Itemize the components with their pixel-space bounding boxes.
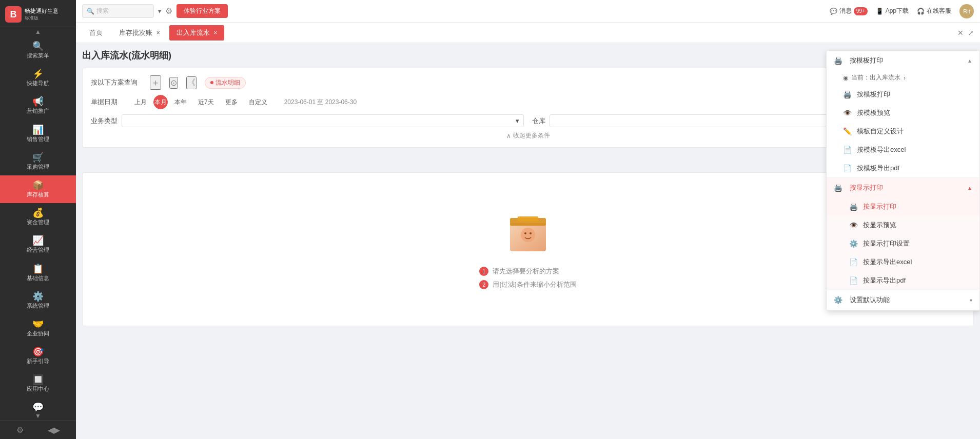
display-print-settings-item[interactable]: ⚙️ 按显示打印设置 [827, 234, 979, 253]
tag-label: 流水明细 [215, 78, 240, 87]
template-preview-item[interactable]: 👁️ 按模板预览 [827, 104, 979, 122]
tabs-bar: 首页 库存批次账 × 出入库流水 × ✕ ⤢ [76, 23, 980, 43]
printer-item-icon: 🖨️ [843, 90, 852, 98]
display-print-item[interactable]: 🖨️ 按显示打印 [827, 197, 979, 216]
message-btn[interactable]: 💬 消息 99+ [830, 7, 868, 15]
date-this-year-btn[interactable]: 本年 [170, 96, 191, 108]
page-title: 出入库流水(流水明细) [82, 49, 171, 62]
date-7days-btn[interactable]: 近7天 [193, 96, 219, 108]
collapse-sidebar-icon[interactable]: ◀▶ [48, 425, 60, 435]
sidebar-item-guide[interactable]: 🎯 新手引导 [0, 342, 76, 370]
sidebar-item-purchase[interactable]: 🛒 采购管理 [0, 148, 76, 175]
sidebar-item-inventory[interactable]: 📦 库存核算 [0, 175, 76, 203]
template-print-header[interactable]: 🖨️ 按模板打印 ▲ [827, 51, 979, 70]
date-custom-btn[interactable]: 自定义 [244, 96, 272, 108]
app-download-btn[interactable]: 📱 App下载 [876, 7, 909, 15]
date-filter-label: 单据日期 [91, 97, 117, 107]
tab1-label: 库存批次账 [119, 29, 152, 36]
sidebar: B 畅捷通好生意 标准版 ▲ 🔍 搜索菜单 ⚡ 快捷导航 📢 营销推广 📊 销售… [0, 0, 76, 439]
sidebar-item-basic-info[interactable]: 📋 基础信息 [0, 259, 76, 287]
header-dropdown[interactable]: ▾ [158, 8, 161, 15]
tab-home-label: 首页 [89, 29, 103, 36]
template-print-label: 按模板打印 [850, 56, 883, 65]
display-export-pdf-item[interactable]: 📄 按显示导出pdf [827, 271, 979, 290]
app-logo: B 畅捷通好生意 标准版 [0, 0, 76, 27]
sidebar-item-label: 系统管理 [27, 303, 49, 309]
collapse-more-btn[interactable]: ∧ 收起更多条件 [506, 131, 550, 140]
system-icon: ⚙️ [32, 292, 44, 301]
sidebar-scroll-down[interactable]: ▼ [0, 411, 76, 421]
svg-point-5 [530, 232, 532, 234]
tab-close-all-icon[interactable]: ✕ [957, 29, 964, 37]
trial-btn[interactable]: 体验行业方案 [177, 4, 228, 18]
empty-box-svg [502, 205, 554, 256]
item-label: 模板自定义设计 [857, 127, 904, 136]
sidebar-item-finance[interactable]: 💰 资金管理 [0, 203, 76, 231]
tab-inventory-flow[interactable]: 出入库流水 × [169, 25, 225, 41]
tab1-close-icon[interactable]: × [156, 29, 160, 36]
tab-fullscreen-icon[interactable]: ⤢ [968, 29, 974, 37]
search-icon: 🔍 [87, 8, 94, 15]
chevron-up-icon: ∧ [506, 132, 511, 139]
tab2-label: 出入库流水 [177, 29, 210, 36]
sidebar-item-operations[interactable]: 📈 经营管理 [0, 231, 76, 258]
printer-section-icon: 🖨️ [834, 56, 842, 65]
display-export-excel-item[interactable]: 📄 按显示导出excel [827, 253, 979, 271]
finance-icon: 💰 [32, 208, 44, 217]
tab2-close-icon[interactable]: × [213, 29, 217, 36]
custom-item-icon: ✏️ [843, 127, 852, 135]
chevron-right-icon: › [904, 74, 906, 82]
date-last-month-btn[interactable]: 上月 [130, 96, 151, 108]
empty-step-1: 1 请先选择要分析的方案 [479, 267, 576, 276]
online-service-btn[interactable]: 🎧 在线客服 [917, 7, 951, 15]
header-gear-icon[interactable]: ⚙ [165, 6, 172, 16]
sidebar-item-label: 企业协同 [27, 330, 49, 337]
preview-item-icon: 👁️ [843, 109, 852, 117]
display-print-header[interactable]: 🖨️ 按显示打印 ▲ [827, 178, 979, 197]
display-preview-item[interactable]: 👁️ 按显示预览 [827, 216, 979, 234]
biz-type-select[interactable]: ▾ [122, 114, 524, 127]
sidebar-item-enterprise-wechat[interactable]: 💬 企业微信 [0, 397, 76, 411]
excel-display-item-icon: 📄 [849, 258, 858, 266]
mobile-icon: 📱 [876, 8, 884, 15]
tab-home[interactable]: 首页 [82, 25, 110, 41]
logo-sub: 标准版 [25, 15, 58, 22]
sidebar-item-enterprise-coop[interactable]: 🤝 企业协同 [0, 314, 76, 342]
sidebar-item-search[interactable]: 🔍 搜索菜单 [0, 36, 76, 64]
inventory-icon: 📦 [32, 181, 44, 190]
template-print-section: 🖨️ 按模板打印 ▲ ◉ 当前：出入库流水 › 🖨️ 按模板打印 👁️ 按模板预… [827, 51, 979, 178]
date-options: 上月 本月 本年 近7天 更多 自定义 [130, 95, 272, 109]
template-print-item[interactable]: 🖨️ 按模板打印 [827, 85, 979, 104]
app-center-icon: 🔲 [32, 375, 44, 384]
tab-inventory-batch[interactable]: 库存批次账 × [112, 25, 167, 41]
sidebar-item-marketing[interactable]: 📢 营销推广 [0, 92, 76, 119]
filter-collapse-btn[interactable]: 《 [186, 76, 197, 89]
message-icon: 💬 [830, 8, 837, 15]
template-export-excel-item[interactable]: 📄 按模板导出excel [827, 141, 979, 159]
sales-icon: 📊 [32, 125, 44, 134]
tag-dot [210, 81, 213, 84]
date-more-btn[interactable]: 更多 [221, 96, 242, 108]
sidebar-nav: 🔍 搜索菜单 ⚡ 快捷导航 📢 营销推广 📊 销售管理 🛒 采购管理 📦 库存核… [0, 36, 76, 411]
set-default-header[interactable]: ⚙️ 设置默认功能 ▾ [827, 290, 979, 310]
template-export-pdf-item[interactable]: 📄 按模板导出pdf [827, 159, 979, 177]
sidebar-item-quick-nav[interactable]: ⚡ 快捷导航 [0, 64, 76, 92]
sidebar-scroll-up[interactable]: ▲ [0, 27, 76, 36]
header-search-box[interactable]: 🔍 搜索 [82, 4, 154, 18]
flow-detail-tag[interactable]: 流水明细 [205, 77, 246, 89]
settings-display-item-icon: ⚙️ [849, 240, 858, 248]
template-custom-item[interactable]: ✏️ 模板自定义设计 [827, 122, 979, 141]
step-number-2: 2 [479, 280, 488, 289]
display-print-label: 按显示打印 [850, 183, 883, 192]
sidebar-item-sales[interactable]: 📊 销售管理 [0, 120, 76, 148]
date-this-month-btn[interactable]: 本月 [153, 95, 168, 109]
item-label: 按显示打印 [863, 202, 896, 211]
add-filter-btn[interactable]: ＋ [150, 75, 161, 90]
settings-bottom-icon[interactable]: ⚙ [16, 425, 24, 435]
sidebar-item-system[interactable]: ⚙️ 系统管理 [0, 287, 76, 314]
logo-icon: B [5, 6, 22, 23]
filter-settings-btn[interactable]: ⊙ [169, 77, 178, 89]
step1-text: 请先选择要分析的方案 [493, 267, 559, 276]
user-avatar-btn[interactable]: Rit [959, 4, 974, 18]
sidebar-item-app-center[interactable]: 🔲 应用中心 [0, 370, 76, 397]
